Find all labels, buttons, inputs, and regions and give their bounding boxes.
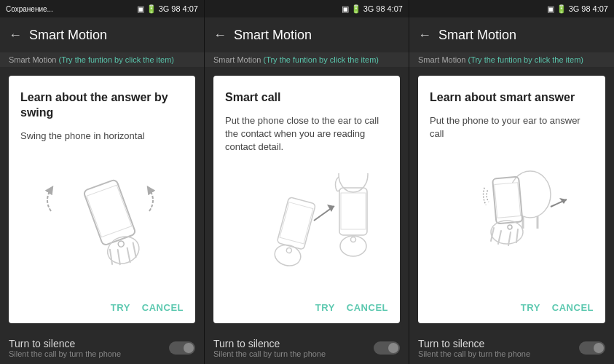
back-arrow-3[interactable]: ← — [418, 28, 431, 43]
status-bar-3: ▣ 🔋 3G 98 4:07 — [409, 0, 614, 17]
illustration-3 — [430, 148, 594, 295]
bottom-bar-1: Turn to silence Silent the call by turn … — [0, 332, 204, 364]
svg-point-2 — [117, 240, 125, 248]
subtitle-bar-1: Smart Motion (Try the funtion by click t… — [0, 52, 204, 67]
subtitle-text-3: Smart Motion — [418, 55, 465, 64]
cancel-button-3[interactable]: CANCEL — [552, 302, 594, 313]
cancel-button-1[interactable]: CANCEL — [142, 302, 184, 313]
toggle-3[interactable] — [579, 341, 605, 355]
bottom-title-1: Turn to silence — [9, 338, 121, 349]
bottom-bar-2: Turn to silence Silent the call by turn … — [205, 332, 409, 364]
time-label-1: 4:07 — [183, 4, 198, 13]
time-label-3: 4:07 — [593, 4, 608, 13]
bottom-desc-3: Silent the call by turn the phone — [418, 349, 530, 358]
battery-label-1: 98 — [171, 4, 180, 13]
status-bar-2: ▣ 🔋 3G 98 4:07 — [205, 0, 409, 17]
svg-rect-1 — [87, 186, 132, 237]
subtitle-hint-3: (Try the funtion by click the item) — [468, 55, 583, 64]
dialog-title-3: Learn about smart answer — [430, 90, 594, 106]
subtitle-hint-2: (Try the funtion by click the item) — [263, 55, 379, 64]
status-right-1: ▣ 🔋 3G 98 4:07 — [137, 4, 198, 14]
status-left-1: Сохранение... — [6, 5, 53, 13]
phone-panel-1: Сохранение... ▣ 🔋 3G 98 4:07 ← Smart Mot… — [0, 0, 205, 364]
try-button-1[interactable]: TRY — [111, 302, 130, 313]
battery-label-2: 98 — [376, 4, 385, 13]
dialog-card-2: Smart call Put the phone close to the ea… — [213, 76, 400, 323]
bottom-desc-2: Silent the call by turn the phone — [213, 349, 326, 358]
swing-illustration — [36, 167, 168, 277]
panel-title-1: Smart Motion — [29, 28, 107, 43]
phone-panel-2: ▣ 🔋 3G 98 4:07 ← Smart Motion Smart Moti… — [205, 0, 409, 364]
top-bar-1: ← Smart Motion — [0, 17, 204, 52]
svg-point-10 — [286, 248, 293, 254]
toggle-1[interactable] — [169, 341, 195, 355]
phone-panel-3: ▣ 🔋 3G 98 4:07 ← Smart Motion Smart Moti… — [409, 0, 614, 364]
dialog-card-3: Learn about smart answer Put the phone t… — [418, 76, 605, 323]
bottom-title-2: Turn to silence — [213, 338, 326, 349]
dialog-card-1: Learn about the answer by swing Swing th… — [9, 76, 195, 323]
dialog-desc-3: Put the phone to your ear to answer call — [430, 114, 594, 141]
svg-point-17 — [339, 173, 368, 192]
dialog-buttons-2: TRY CANCEL — [225, 295, 388, 313]
subtitle-hint-1: (Try the funtion by click the item) — [58, 55, 174, 64]
svg-line-6 — [125, 248, 133, 263]
network-label-2: 3G — [363, 4, 374, 13]
try-button-3[interactable]: TRY — [521, 302, 540, 313]
dialog-desc-1: Swing the phone in horizontal — [20, 130, 184, 143]
svg-point-16 — [351, 237, 356, 242]
subtitle-text-1: Smart Motion — [9, 55, 56, 64]
dialog-buttons-3: TRY CANCEL — [430, 295, 594, 313]
dialog-desc-2: Put the phone close to the ear to call t… — [225, 114, 388, 154]
status-right-3: ▣ 🔋 3G 98 4:07 — [547, 4, 608, 14]
dialog-title-1: Learn about the answer by swing — [20, 90, 184, 121]
svg-point-18 — [340, 236, 366, 256]
back-arrow-1[interactable]: ← — [9, 28, 22, 43]
smart-call-illustration — [241, 173, 372, 282]
back-arrow-2[interactable]: ← — [213, 28, 227, 43]
screenshot-icon: ▣ — [137, 4, 144, 14]
screenshot-icon-2: ▣ — [342, 4, 349, 14]
dialog-buttons-1: TRY CANCEL — [20, 295, 184, 313]
top-bar-3: ← Smart Motion — [409, 17, 614, 52]
panel-title-3: Smart Motion — [438, 28, 516, 43]
svg-rect-9 — [280, 202, 313, 244]
illustration-1 — [20, 150, 184, 295]
subtitle-bar-3: Smart Motion (Try the funtion by click t… — [409, 52, 614, 67]
toggle-2[interactable] — [374, 341, 400, 355]
svg-rect-15 — [341, 193, 366, 229]
bottom-desc-1: Silent the call by turn the phone — [9, 349, 121, 358]
network-label-3: 3G — [569, 4, 580, 13]
smart-answer-illustration — [446, 167, 578, 276]
battery-label-3: 98 — [581, 4, 590, 13]
battery-icon-3: 🔋 — [556, 4, 567, 14]
svg-rect-23 — [494, 183, 520, 218]
status-bar-1: Сохранение... ▣ 🔋 3G 98 4:07 — [0, 0, 204, 17]
network-label-1: 3G — [159, 4, 170, 13]
svg-line-27 — [498, 231, 501, 244]
svg-point-24 — [507, 225, 512, 230]
panel-title-2: Smart Motion — [234, 28, 312, 43]
subtitle-bar-2: Smart Motion (Try the funtion by click t… — [205, 52, 409, 67]
status-right-2: ▣ 🔋 3G 98 4:07 — [342, 4, 403, 14]
try-button-2[interactable]: TRY — [315, 302, 335, 313]
top-bar-2: ← Smart Motion — [205, 17, 409, 52]
screenshot-icon-3: ▣ — [547, 4, 554, 14]
illustration-2 — [225, 161, 388, 295]
dialog-title-2: Smart call — [225, 90, 388, 106]
battery-icon: 🔋 — [146, 4, 157, 14]
time-label-2: 4:07 — [387, 4, 403, 13]
bottom-bar-3: Turn to silence Silent the call by turn … — [409, 332, 614, 364]
subtitle-text-2: Smart Motion — [213, 55, 261, 64]
cancel-button-2[interactable]: CANCEL — [347, 302, 388, 313]
battery-icon-2: 🔋 — [351, 4, 361, 14]
bottom-title-3: Turn to silence — [418, 338, 530, 349]
